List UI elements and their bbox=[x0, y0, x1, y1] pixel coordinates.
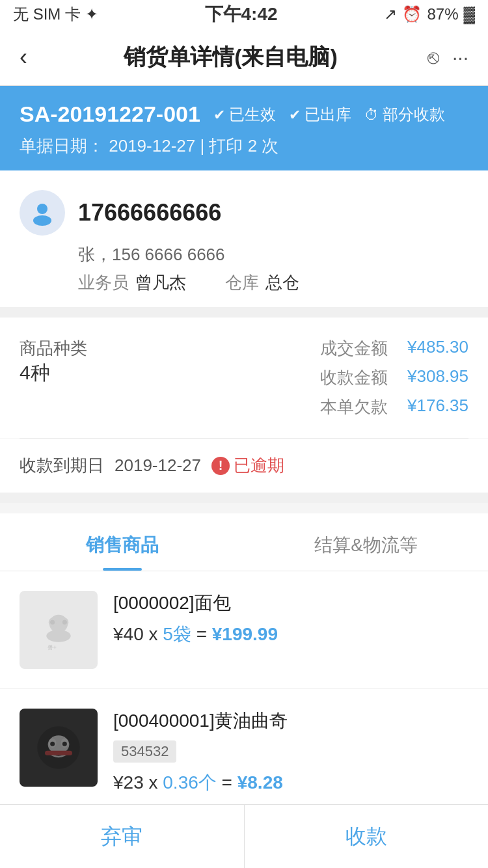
salesperson-label: 业务员 bbox=[78, 271, 129, 294]
svg-point-14 bbox=[62, 742, 67, 746]
status-bar-time: 下午4:42 bbox=[205, 2, 278, 27]
svg-point-6 bbox=[62, 620, 67, 625]
order-banner-row1: SA-20191227-001 已生效 已出库 部分收款 bbox=[20, 102, 468, 127]
customer-section: 17666666666 张，156 6666 6666 业务员 曾凡杰 仓库 总… bbox=[0, 170, 488, 307]
sim-status: 无 SIM 卡 ✦ bbox=[13, 4, 98, 25]
collect-payment-button[interactable]: 收款 bbox=[245, 805, 489, 868]
amount-value-2: ¥176.35 bbox=[407, 396, 468, 418]
amount-row-1: 收款金额 ¥308.95 bbox=[320, 366, 468, 389]
share-button[interactable]: ⎋ bbox=[427, 46, 439, 68]
tab-sales-products[interactable]: 销售商品 bbox=[0, 513, 244, 571]
customer-row: 17666666666 bbox=[20, 190, 468, 236]
battery-icon: ▓ bbox=[463, 5, 475, 23]
check-icon2 bbox=[289, 105, 301, 124]
price-x-0: x bbox=[149, 624, 163, 644]
amount-label-1: 收款金额 bbox=[320, 366, 388, 389]
date-label: 单据日期： bbox=[20, 136, 104, 156]
overdue-badge: ! 已逾期 bbox=[211, 454, 284, 477]
amount-row-0: 成交金额 ¥485.30 bbox=[320, 337, 468, 360]
avatar bbox=[20, 190, 65, 236]
customer-meta: 业务员 曾凡杰 仓库 总仓 bbox=[78, 271, 468, 294]
badge-effective: 已生效 bbox=[213, 104, 276, 125]
svg-point-0 bbox=[37, 204, 47, 214]
product-type-label: 商品种类 bbox=[20, 337, 87, 360]
product-info-0: [0000002]面包 ¥40 x 5袋 = ¥199.99 bbox=[113, 591, 468, 647]
amount-label-2: 本单欠款 bbox=[320, 396, 388, 418]
salesperson-value: 曾凡杰 bbox=[135, 271, 186, 294]
nav-right-actions: ⎋ ··· bbox=[427, 46, 468, 68]
svg-point-7 bbox=[46, 630, 70, 642]
svg-point-5 bbox=[50, 620, 55, 625]
price-base-1: ¥23 bbox=[113, 772, 144, 793]
status-bar-left: 无 SIM 卡 ✦ bbox=[13, 4, 98, 25]
due-date-section: 收款到期日 2019-12-27 ! 已逾期 bbox=[0, 439, 488, 493]
svg-point-13 bbox=[50, 742, 55, 746]
warehouse-item: 仓库 总仓 bbox=[225, 271, 299, 294]
more-button[interactable]: ··· bbox=[452, 46, 468, 68]
page-title: 销货单详情(来自电脑) bbox=[34, 42, 427, 72]
product-image-0: 兽+ bbox=[20, 591, 98, 669]
back-button[interactable]: ‹ bbox=[20, 37, 34, 77]
battery-level: 87% bbox=[427, 5, 458, 23]
due-date-value: 2019-12-27 bbox=[115, 455, 201, 476]
alarm-icon: ⏰ bbox=[402, 5, 422, 23]
tabs-section: 销售商品 结算&物流等 bbox=[0, 513, 488, 571]
warehouse-value: 总仓 bbox=[265, 271, 299, 294]
amount-value-1: ¥308.95 bbox=[407, 366, 468, 389]
product-name-1: [00040000​1]黄油曲奇 bbox=[113, 709, 468, 733]
order-banner: SA-20191227-001 已生效 已出库 部分收款 单据日期： 2019-… bbox=[0, 86, 488, 170]
product-type-value: 4种 bbox=[20, 360, 87, 387]
summary-section: 商品种类 4种 成交金额 ¥485.30 收款金额 ¥308.95 本单欠款 ¥… bbox=[0, 318, 488, 438]
list-item: [00040000​1]黄油曲奇 534532 ¥23 x 0.36个 = ¥8… bbox=[0, 689, 488, 815]
price-base-0: ¥40 bbox=[113, 624, 144, 644]
amount-row-2: 本单欠款 ¥176.35 bbox=[320, 396, 468, 418]
order-number: SA-20191227-001 bbox=[20, 102, 200, 127]
badge-partial-label: 部分收款 bbox=[383, 104, 445, 125]
badge-shipped-label: 已出库 bbox=[305, 104, 351, 125]
products-section: 兽+ [0000002]面包 ¥40 x 5袋 = ¥199.99 bbox=[0, 571, 488, 815]
divider1 bbox=[0, 307, 488, 318]
svg-point-1 bbox=[33, 215, 51, 226]
bottom-bar: 弃审 收款 bbox=[0, 804, 488, 868]
badge-effective-label: 已生效 bbox=[229, 104, 276, 125]
product-sku-1: 534532 bbox=[113, 740, 176, 763]
order-banner-date: 单据日期： 2019-12-27 | 打印 2 次 bbox=[20, 135, 468, 157]
clock-icon bbox=[364, 105, 379, 124]
price-total-0: ¥199.99 bbox=[212, 624, 278, 644]
tab-settlement[interactable]: 结算&物流等 bbox=[244, 513, 488, 571]
product-name-0: [0000002]面包 bbox=[113, 591, 468, 616]
price-eq-0: = bbox=[197, 624, 212, 644]
svg-text:兽+: 兽+ bbox=[47, 644, 57, 651]
price-qty-0: 5袋 bbox=[163, 624, 191, 644]
print-info: | 打印 2 次 bbox=[200, 136, 278, 156]
product-type: 商品种类 4种 bbox=[20, 337, 87, 387]
product-info-1: [00040000​1]黄油曲奇 534532 ¥23 x 0.36个 = ¥8… bbox=[113, 709, 468, 795]
customer-detail: 张，156 6666 6666 bbox=[78, 243, 468, 266]
salesperson-item: 业务员 曾凡杰 bbox=[78, 271, 186, 294]
price-eq-1: = bbox=[222, 772, 237, 793]
overdue-icon: ! bbox=[211, 457, 230, 475]
date-value: 2019-12-27 bbox=[109, 136, 195, 156]
overdue-text: 已逾期 bbox=[234, 454, 284, 477]
status-bar-right: ↗ ⏰ 87% ▓ bbox=[384, 5, 475, 23]
badge-partial: 部分收款 bbox=[364, 104, 445, 125]
price-total-1: ¥8.28 bbox=[237, 772, 283, 793]
product-price-0: ¥40 x 5袋 = ¥199.99 bbox=[113, 622, 468, 647]
product-image-1 bbox=[20, 709, 98, 787]
price-x-1: x bbox=[149, 772, 163, 793]
amounts: 成交金额 ¥485.30 收款金额 ¥308.95 本单欠款 ¥176.35 bbox=[320, 337, 468, 418]
divider2 bbox=[0, 493, 488, 503]
due-date-label: 收款到期日 bbox=[20, 454, 104, 477]
nav-bar: ‹ 销货单详情(来自电脑) ⎋ ··· bbox=[0, 29, 488, 86]
location-icon: ↗ bbox=[384, 5, 397, 23]
abandon-review-button[interactable]: 弃审 bbox=[0, 805, 245, 868]
amount-value-0: ¥485.30 bbox=[407, 337, 468, 360]
status-bar: 无 SIM 卡 ✦ 下午4:42 ↗ ⏰ 87% ▓ bbox=[0, 0, 488, 29]
check-icon bbox=[213, 105, 225, 124]
warehouse-label: 仓库 bbox=[225, 271, 259, 294]
list-item: 兽+ [0000002]面包 ¥40 x 5袋 = ¥199.99 bbox=[0, 571, 488, 689]
svg-rect-15 bbox=[45, 751, 72, 755]
product-price-1: ¥23 x 0.36个 = ¥8.28 bbox=[113, 770, 468, 795]
amount-label-0: 成交金额 bbox=[320, 337, 388, 360]
customer-id: 17666666666 bbox=[78, 199, 221, 226]
